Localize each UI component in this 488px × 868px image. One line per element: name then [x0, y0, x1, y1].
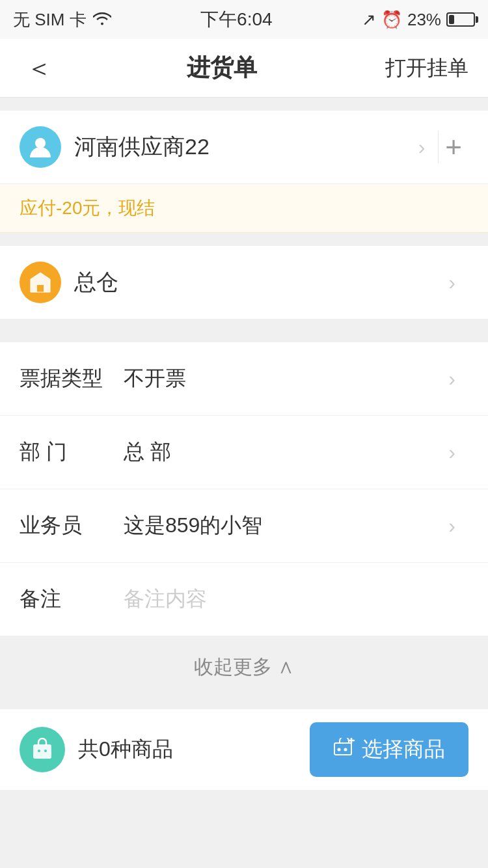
carrier-label: 无 SIM 卡	[13, 8, 87, 31]
product-icon	[20, 727, 65, 772]
invoice-type-label: 票据类型	[20, 364, 111, 393]
salesperson-label: 业务员	[20, 511, 111, 540]
open-pending-button[interactable]: 打开挂单	[385, 54, 468, 83]
supplier-name: 河南供应商22	[74, 132, 418, 162]
svg-point-3	[38, 750, 40, 752]
svg-rect-5	[334, 743, 351, 755]
status-right: ↗ ⏰ 23%	[362, 10, 475, 30]
form-section: 票据类型 不开票 › 部 门 总 部 › 业务员 这是859的小智 › 备注 备…	[0, 342, 488, 636]
battery-percent: 23%	[407, 10, 441, 30]
add-button[interactable]: +	[439, 131, 468, 163]
salesperson-row[interactable]: 业务员 这是859的小智 ›	[0, 489, 488, 563]
supplier-section: 河南供应商22 › + 应付-20元，现结	[0, 111, 488, 233]
supplier-notice: 应付-20元，现结	[0, 184, 488, 233]
wifi-icon	[93, 10, 111, 30]
warehouse-row[interactable]: 总仓 ›	[0, 246, 488, 319]
department-chevron-icon: ›	[448, 441, 455, 465]
warehouse-chevron-icon: ›	[448, 271, 455, 295]
remark-label: 备注	[20, 585, 111, 614]
top-divider	[0, 98, 488, 111]
invoice-type-value: 不开票	[111, 364, 448, 393]
invoice-type-chevron-icon: ›	[448, 367, 455, 391]
bottom-background	[0, 790, 488, 868]
warehouse-name: 总仓	[74, 267, 448, 297]
select-product-label: 选择商品	[362, 735, 445, 764]
product-bar: 共0种商品 选择商品	[0, 709, 488, 790]
remark-row[interactable]: 备注 备注内容	[0, 563, 488, 636]
page-title: 进货单	[187, 52, 257, 84]
supplier-row[interactable]: 河南供应商22 › +	[0, 111, 488, 184]
warehouse-section: 总仓 ›	[0, 246, 488, 319]
department-label: 部 门	[20, 438, 111, 467]
invoice-type-row[interactable]: 票据类型 不开票 ›	[0, 342, 488, 416]
supplier-chevron-icon: ›	[418, 135, 426, 159]
collapse-row[interactable]: 收起更多 ∧	[0, 636, 488, 699]
form-divider	[0, 319, 488, 332]
select-product-button[interactable]: 选择商品	[310, 722, 468, 777]
status-bar: 无 SIM 卡 下午6:04 ↗ ⏰ 23%	[0, 0, 488, 39]
department-value: 总 部	[111, 438, 448, 467]
location-icon: ↗	[362, 10, 376, 30]
collapse-label: 收起更多 ∧	[194, 654, 293, 681]
svg-point-0	[35, 138, 46, 148]
svg-rect-2	[33, 744, 51, 759]
alarm-icon: ⏰	[381, 10, 402, 30]
status-time: 下午6:04	[200, 7, 273, 32]
svg-rect-1	[37, 285, 44, 292]
svg-point-6	[338, 748, 341, 751]
select-product-icon	[333, 737, 355, 763]
battery-icon	[446, 12, 475, 27]
remark-input[interactable]: 备注内容	[111, 585, 468, 614]
product-count-label: 共0种商品	[78, 735, 310, 764]
department-row[interactable]: 部 门 总 部 ›	[0, 416, 488, 489]
supplier-avatar	[20, 126, 61, 168]
salesperson-value: 这是859的小智	[111, 511, 448, 540]
svg-point-7	[344, 748, 347, 751]
back-button[interactable]: ＜	[20, 44, 59, 92]
warehouse-icon	[20, 262, 61, 303]
salesperson-chevron-icon: ›	[448, 514, 455, 538]
status-left: 无 SIM 卡	[13, 8, 111, 31]
warehouse-divider	[0, 233, 488, 246]
nav-bar: ＜ 进货单 打开挂单	[0, 39, 488, 98]
svg-point-4	[44, 750, 47, 752]
